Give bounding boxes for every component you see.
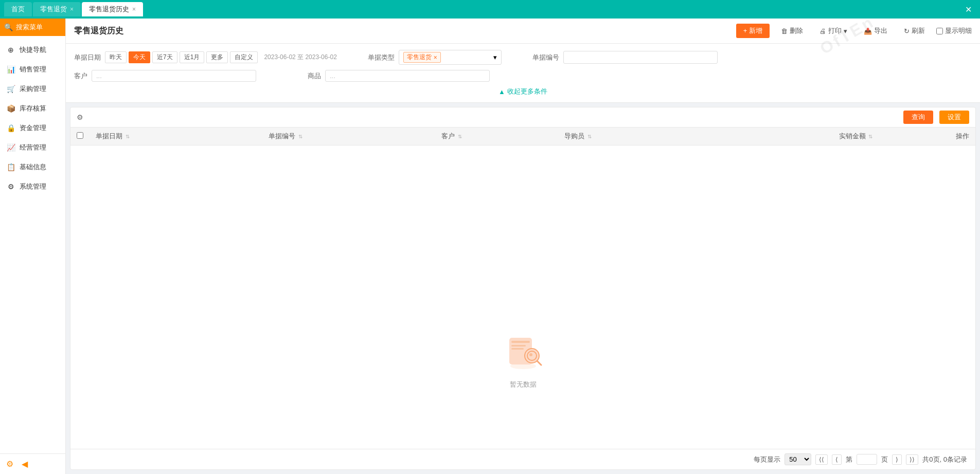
customer-select[interactable]: ... xyxy=(92,70,256,82)
svg-rect-2 xyxy=(511,341,530,343)
data-table: 单据日期 ⇅ 单据编号 ⇅ 客户 ⇅ xyxy=(70,127,975,145)
refresh-icon: ↻ xyxy=(904,27,910,35)
select-all-checkbox[interactable] xyxy=(77,132,83,139)
th-checkbox xyxy=(70,127,90,145)
sales-mgmt-icon: 📊 xyxy=(6,65,15,74)
sort-customer-icon[interactable]: ⇅ xyxy=(458,134,462,139)
th-actions: 操作 xyxy=(879,127,975,145)
bill-type-tags: 零售退货 × xyxy=(403,52,489,63)
filter-date: 单据日期 昨天 今天 近7天 近1月 更多 自定义 2023-06-02 至 2… xyxy=(74,51,337,63)
first-page-btn[interactable]: ⟨⟨ xyxy=(815,454,828,465)
sidebar-item-finance[interactable]: 🔒 资金管理 xyxy=(0,118,65,138)
sidebar-item-system-mgmt[interactable]: ⚙ 系统管理 xyxy=(0,177,65,196)
bill-type-select[interactable]: 零售退货 × ▾ xyxy=(399,50,502,65)
total-label: 共0页, 0条记录 xyxy=(922,455,967,464)
bill-type-tag-close[interactable]: × xyxy=(434,54,437,61)
sidebar-settings-icon[interactable]: ⚙ xyxy=(6,459,13,469)
filter-row-1: 单据日期 昨天 今天 近7天 近1月 更多 自定义 2023-06-02 至 2… xyxy=(74,50,972,65)
inventory-icon: 📦 xyxy=(6,104,15,113)
last-page-btn[interactable]: ⟩⟩ xyxy=(906,454,918,465)
svg-point-8 xyxy=(529,353,532,356)
th-date: 单据日期 ⇅ xyxy=(90,127,262,145)
bill-type-label: 单据类型 xyxy=(368,53,395,62)
finance-icon: 🔒 xyxy=(6,123,15,133)
tab-retail-return[interactable]: 零售退货 × xyxy=(33,2,81,16)
sort-guide-icon[interactable]: ⇅ xyxy=(587,134,592,139)
svg-rect-4 xyxy=(511,348,524,350)
th-guide: 导购员 ⇅ xyxy=(558,127,706,145)
delete-icon: 🗑 xyxy=(781,27,788,35)
delete-button[interactable]: 🗑 删除 xyxy=(776,24,808,38)
sidebar-item-basic-info[interactable]: 📋 基础信息 xyxy=(0,157,65,177)
goods-select[interactable]: ... xyxy=(325,70,490,82)
table-settings-icon[interactable]: ⚙ xyxy=(77,113,83,121)
th-bill-no: 单据编号 ⇅ xyxy=(262,127,435,145)
sidebar-item-sales-mgmt[interactable]: 📊 销售管理 xyxy=(0,60,65,79)
header-actions: + 新增 🗑 删除 🖨 打印 ▾ 📤 导出 ↻ 刷新 xyxy=(736,24,972,38)
sidebar-item-operations[interactable]: 📈 经营管理 xyxy=(0,138,65,157)
bill-no-label: 单据编号 xyxy=(532,53,559,62)
sidebar-bottom: ⚙ ◀ xyxy=(0,453,65,474)
sidebar-item-inventory[interactable]: 📦 库存核算 xyxy=(0,99,65,118)
display-toggle-checkbox[interactable] xyxy=(936,28,943,34)
display-toggle-label[interactable]: 显示明细 xyxy=(936,26,972,35)
date-label: 单据日期 xyxy=(74,53,101,62)
collapse-button[interactable]: ▲ 收起更多条件 xyxy=(498,87,547,96)
next-page-btn[interactable]: ⟩ xyxy=(892,454,902,465)
date-buttons: 昨天 今天 近7天 近1月 更多 自定义 xyxy=(105,51,258,63)
operations-icon: 📈 xyxy=(6,143,15,152)
goods-label: 商品 xyxy=(308,71,321,81)
sidebar-item-quick-nav[interactable]: ⊕ 快捷导航 xyxy=(0,40,65,60)
print-button[interactable]: 🖨 打印 ▾ xyxy=(814,24,852,38)
empty-state: 暂无数据 xyxy=(70,268,975,449)
filter-area: 单据日期 昨天 今天 近7天 近1月 更多 自定义 2023-06-02 至 2… xyxy=(66,44,980,103)
table-toolbar: ⚙ 查询 设置 xyxy=(70,107,975,127)
page-size-select[interactable]: 10 20 50 100 xyxy=(785,453,811,465)
new-button[interactable]: + 新增 xyxy=(736,24,770,38)
sort-amount-icon[interactable]: ⇅ xyxy=(868,134,872,139)
filter-bill-no: 单据编号 xyxy=(532,51,718,64)
refresh-button[interactable]: ↻ 刷新 xyxy=(899,24,930,38)
quick-nav-icon: ⊕ xyxy=(6,45,15,54)
filter-goods: 商品 ... xyxy=(308,70,490,82)
top-bar: 首页 零售退货 × 零售退货历史 × ✕ xyxy=(0,0,980,19)
empty-icon xyxy=(500,327,546,374)
date-btn-today[interactable]: 今天 xyxy=(129,51,150,63)
print-dropdown-icon: ▾ xyxy=(844,27,847,35)
date-range-text: 2023-06-02 至 2023-06-02 xyxy=(264,53,336,62)
date-btn-custom[interactable]: 自定义 xyxy=(230,51,258,63)
sort-date-icon[interactable]: ⇅ xyxy=(126,134,130,139)
export-button[interactable]: 📤 导出 xyxy=(859,24,893,38)
bill-type-dropdown-icon: ▾ xyxy=(493,53,497,61)
sort-billno-icon[interactable]: ⇅ xyxy=(298,134,302,139)
system-mgmt-icon: ⚙ xyxy=(6,182,15,191)
query-button[interactable]: 查询 xyxy=(903,111,933,124)
basic-info-icon: 📋 xyxy=(6,162,15,172)
date-btn-1month[interactable]: 近1月 xyxy=(180,51,205,63)
tab-retail-return-close[interactable]: × xyxy=(70,6,74,13)
date-btn-7days[interactable]: 近7天 xyxy=(152,51,177,63)
date-btn-more[interactable]: 更多 xyxy=(206,51,228,63)
sidebar-search[interactable]: 🔍 搜索菜单 xyxy=(0,19,65,36)
filter-row-2: 客户 ... 商品 ... xyxy=(74,70,972,82)
tab-bar: 首页 零售退货 × 零售退货历史 × xyxy=(4,2,961,16)
settings-button[interactable]: 设置 xyxy=(939,111,969,124)
customer-placeholder: ... xyxy=(96,72,102,80)
tab-home[interactable]: 首页 xyxy=(4,2,32,16)
tab-retail-return-history-close[interactable]: × xyxy=(132,6,136,13)
table-header-row: 单据日期 ⇅ 单据编号 ⇅ 客户 ⇅ xyxy=(70,127,975,145)
page-number-input[interactable]: 1 xyxy=(857,454,877,465)
date-btn-yesterday[interactable]: 昨天 xyxy=(105,51,127,63)
svg-rect-3 xyxy=(511,345,526,347)
th-customer: 客户 ⇅ xyxy=(435,127,558,145)
sidebar-item-purchase-mgmt[interactable]: 🛒 采购管理 xyxy=(0,79,65,99)
sidebar-nav: ⊕ 快捷导航 📊 销售管理 🛒 采购管理 📦 库存核算 🔒 资金管理 📈 xyxy=(0,36,65,453)
empty-text: 暂无数据 xyxy=(510,380,537,389)
sidebar-collapse-icon[interactable]: ◀ xyxy=(22,459,28,469)
page-title: 零售退货历史 xyxy=(74,26,123,37)
filter-bill-type: 单据类型 零售退货 × ▾ xyxy=(368,50,502,65)
tab-retail-return-history[interactable]: 零售退货历史 × xyxy=(82,2,143,16)
bill-no-input[interactable] xyxy=(563,51,718,64)
window-close-button[interactable]: ✕ xyxy=(961,5,976,14)
prev-page-btn[interactable]: ⟨ xyxy=(832,454,842,465)
